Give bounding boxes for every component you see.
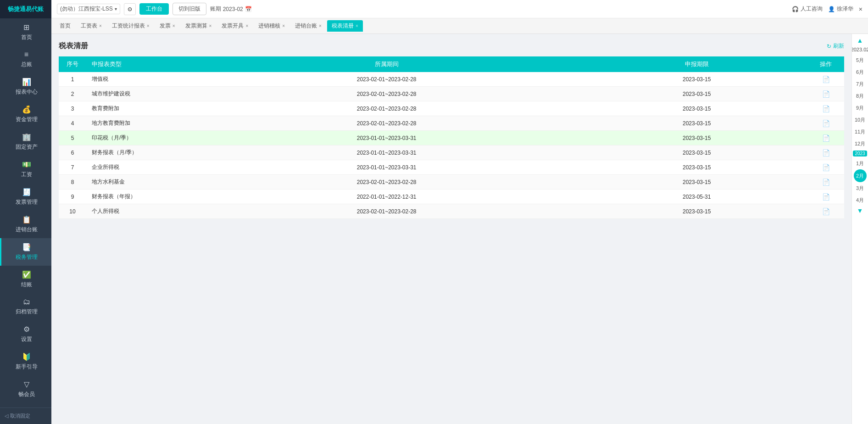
tab-close-icon[interactable]: ×	[209, 23, 212, 28]
tab-invoice[interactable]: 发票 ×	[155, 20, 180, 32]
copy-icon[interactable]: ⊙	[124, 3, 136, 15]
tab-salary-stats[interactable]: 工资统计报表 ×	[107, 20, 154, 32]
col-seq: 序号	[59, 56, 86, 72]
panel-month-1[interactable]: 1月	[853, 157, 868, 169]
cell-period: 2023-01-01~2023-03-31	[187, 145, 586, 160]
cell-seq: 3	[59, 101, 86, 116]
cell-seq: 10	[59, 204, 86, 219]
sidebar-item-salary[interactable]: 💵 工资	[0, 156, 51, 183]
tab-tax-list[interactable]: 税表清册 ×	[327, 20, 363, 32]
cell-type: 地方教育费附加	[86, 116, 187, 131]
table-row: 4 地方教育费附加 2023-02-01~2023-02-28 2023-03-…	[59, 116, 844, 131]
refresh-button[interactable]: ↻ 刷新	[827, 42, 844, 50]
sidebar-item-close[interactable]: ✅ 结账	[0, 266, 51, 293]
col-period: 所属期间	[187, 56, 586, 72]
file-icon[interactable]: 📄	[822, 179, 830, 186]
guide-icon: 🔰	[22, 352, 31, 361]
tab-close-icon[interactable]: ×	[319, 23, 322, 28]
tax-icon: 📑	[22, 243, 31, 251]
table-header-row: 序号 申报表类型 所属期间 申报期限 操作	[59, 56, 844, 72]
tab-invoice-calc[interactable]: 发票测算 ×	[181, 20, 217, 32]
sidebar-item-guide[interactable]: 🔰 新手引导	[0, 348, 51, 375]
window-close-icon[interactable]: ×	[859, 6, 862, 13]
pin-icon: ◁	[5, 413, 8, 419]
panel-month-6[interactable]: 6月	[853, 66, 868, 78]
tab-close-icon[interactable]: ×	[245, 23, 248, 28]
file-icon[interactable]: 📄	[822, 149, 830, 156]
tab-invoice-issue[interactable]: 发票开具 ×	[217, 20, 253, 32]
cell-period: 2023-02-01~2023-02-28	[187, 175, 586, 190]
sidebar-item-ledger[interactable]: ≡ 总账	[0, 46, 51, 73]
workbench-button[interactable]: 工作台	[139, 3, 169, 15]
sidebar-item-label: 资金管理	[16, 116, 38, 123]
tab-home[interactable]: 首页	[55, 20, 75, 32]
file-icon[interactable]: 📄	[822, 105, 830, 112]
sidebar-item-settings[interactable]: ⚙ 设置	[0, 320, 51, 348]
tab-close-icon[interactable]: ×	[282, 23, 285, 28]
user-name-label: 徐泽华	[837, 5, 853, 13]
user-profile[interactable]: 👤 徐泽华	[828, 5, 853, 13]
tab-label: 发票开具	[222, 22, 244, 30]
panel-month-4[interactable]: 4月	[853, 194, 868, 206]
refresh-icon: ↻	[827, 43, 831, 50]
unpin-button[interactable]: ◁ 取消固定	[0, 407, 51, 424]
table-row: 8 地方水利基金 2023-02-01~2023-02-28 2023-03-1…	[59, 175, 844, 190]
sidebar-item-vip[interactable]: ▽ 畅会员	[0, 375, 51, 403]
tab-close-icon[interactable]: ×	[99, 23, 102, 28]
company-selector[interactable]: (勿动）江西报宝-LSS ▾	[57, 4, 120, 14]
panel-month-12[interactable]: 12月	[853, 138, 868, 150]
panel-month-8[interactable]: 8月	[853, 90, 868, 102]
sidebar-item-label: 进销台账	[16, 226, 38, 234]
panel-month-2-active[interactable]: 2月	[854, 169, 867, 182]
tab-salary-table[interactable]: 工资表 ×	[76, 20, 106, 32]
sidebar-item-invoice[interactable]: 🧾 发票管理	[0, 183, 51, 211]
panel-month-3[interactable]: 3月	[853, 182, 868, 194]
panel-month-5[interactable]: 5月	[853, 54, 868, 66]
table-row: 5 印花税（月/季） 2023-01-01~2023-03-31 2023-03…	[59, 131, 844, 145]
switch-old-button[interactable]: 切到旧版	[172, 3, 206, 15]
cell-deadline: 2023-03-15	[586, 175, 807, 190]
tab-close-icon[interactable]: ×	[172, 23, 175, 28]
sidebar-item-home[interactable]: ⊞ 首页	[0, 18, 51, 46]
file-icon[interactable]: 📄	[822, 164, 830, 171]
panel-month-9[interactable]: 9月	[853, 102, 868, 114]
cell-deadline: 2023-03-15	[586, 72, 807, 87]
sidebar-item-label: 发票管理	[16, 198, 38, 206]
cell-action: 📄	[807, 131, 844, 145]
cell-seq: 5	[59, 131, 86, 145]
file-icon[interactable]: 📄	[822, 120, 830, 127]
sidebar-item-tax[interactable]: 📑 税务管理	[0, 238, 51, 266]
file-icon[interactable]: 📄	[822, 76, 830, 83]
tab-purchase-ledger[interactable]: 进销台账 ×	[290, 20, 326, 32]
cell-type: 印花税（月/季）	[86, 131, 187, 145]
file-icon[interactable]: 📄	[822, 193, 830, 201]
file-icon[interactable]: 📄	[822, 90, 830, 98]
ai-consult-button[interactable]: 🎧 人工咨询	[792, 5, 823, 13]
panel-month-11[interactable]: 11月	[853, 126, 868, 138]
panel-nav-up[interactable]: ▲	[854, 36, 867, 45]
sidebar-item-label: 税务管理	[16, 253, 38, 261]
sidebar-item-label: 工资	[21, 171, 32, 179]
file-icon[interactable]: 📄	[822, 134, 830, 142]
sidebar-item-purchase-sales[interactable]: 📋 进销台账	[0, 211, 51, 238]
sidebar-item-archive[interactable]: 🗂 归档管理	[0, 293, 51, 320]
file-icon[interactable]: 📄	[822, 208, 830, 215]
tab-label: 进销台账	[295, 22, 317, 30]
tab-purchase-audit[interactable]: 进销稽核 ×	[254, 20, 289, 32]
tab-close-icon[interactable]: ×	[356, 23, 358, 28]
unpin-label: 取消固定	[10, 413, 30, 419]
panel-nav-down[interactable]: ▼	[854, 206, 867, 215]
company-name: (勿动）江西报宝-LSS	[60, 5, 113, 13]
fund-icon: 💰	[22, 105, 31, 114]
period-value: 2023-02	[223, 6, 243, 12]
chevron-down-icon: ▾	[115, 6, 117, 11]
sidebar-item-report[interactable]: 📊 报表中心	[0, 73, 51, 100]
sidebar-item-fund[interactable]: 💰 资金管理	[0, 100, 51, 128]
sidebar-item-assets[interactable]: 🏢 固定资产	[0, 128, 51, 156]
col-type: 申报表类型	[86, 56, 187, 72]
calendar-icon[interactable]: 📅	[245, 6, 252, 12]
tab-close-icon[interactable]: ×	[147, 23, 150, 28]
col-action: 操作	[807, 56, 844, 72]
panel-month-7[interactable]: 7月	[853, 78, 868, 90]
panel-month-10[interactable]: 10月	[853, 114, 868, 126]
